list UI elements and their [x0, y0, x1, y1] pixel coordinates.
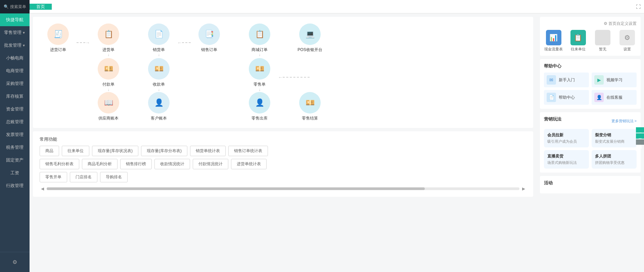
quick-icon-settings[interactable]: ⚙ 设置 — [617, 30, 637, 52]
help-icon-video: ▶ — [594, 75, 604, 85]
sidebar-item-label: 行政管理 — [6, 183, 24, 189]
float-btn-desktop[interactable]: 桌面快捷 — [636, 139, 644, 145]
marketing-card: 营销玩法 更多营销玩法 > 会员拉新 吸引用户成为会员 裂变分销 裂变式发展分销… — [540, 112, 641, 173]
sidebar-item-more[interactable]: 行政管理 — [0, 179, 30, 192]
node-retail-settle: 💴 零售结算 — [291, 92, 328, 121]
quick-icon-box: ⚙ — [619, 30, 635, 45]
quick-access-card: ⚙ 首页自定义设置 📊 现金流量表 📋 往来单位 暂无 ⚙ 设置 — [540, 17, 641, 56]
sidebar-item-finance[interactable]: 资金管理 — [0, 103, 30, 116]
marketing-items: 会员拉新 吸引用户成为会员 裂变分销 裂变式发展分销商 直播卖货 场景式购物新玩… — [544, 129, 637, 169]
marketing-item-title: 裂变分销 — [595, 132, 633, 138]
mall-order-label: 商城订单 — [251, 47, 268, 53]
func-button[interactable]: 现存量(库存状况表) — [92, 146, 138, 156]
help-center-title: 帮助中心 — [544, 63, 637, 69]
func-button[interactable]: 付款情况统计 — [193, 159, 228, 169]
marketing-item-live[interactable]: 直播卖货 场景式购物新玩法 — [544, 150, 589, 169]
quick-access-header[interactable]: ⚙ 首页自定义设置 — [544, 21, 637, 27]
help-item-label: 视频学习 — [606, 77, 623, 83]
help-icon-online-service: 👤 — [594, 93, 604, 102]
sidebar-item-fixed-assets[interactable]: 固定资产 — [0, 154, 30, 167]
marketing-item-member[interactable]: 会员拉新 吸引用户成为会员 — [544, 129, 589, 147]
func-button[interactable]: 商品 — [40, 146, 59, 156]
quick-icon-none[interactable]: 暂无 — [593, 30, 612, 52]
func-button[interactable]: 往来单位 — [62, 146, 89, 156]
float-btn-customer-service[interactable]: 客服热线 — [636, 127, 644, 133]
marketing-item-fission[interactable]: 裂变分销 裂变式发展分销商 — [592, 129, 637, 147]
help-item-help[interactable]: 📄 帮助中心 — [544, 90, 589, 105]
content-area: 🧾 进货订单 → 📋 进货单 — [30, 13, 644, 272]
quick-icon-label: 设置 — [624, 47, 631, 52]
sales-order-label: 销售订单 — [201, 47, 217, 53]
node-payment-out: 💴 付款单 — [90, 58, 127, 87]
quick-icon-cash-flow[interactable]: 📊 现金流量表 — [544, 30, 563, 52]
func-button[interactable]: 零售开单 — [40, 172, 67, 182]
marketing-item-group[interactable]: 多人拼团 拼团购物享受优惠 — [592, 150, 637, 169]
help-icon-beginner: ✉ — [547, 75, 556, 85]
func-button[interactable]: 销货单统计表 — [190, 146, 226, 156]
main-area: 首页 ⛶ 🧾 进货订单 → — [30, 0, 644, 272]
func-button[interactable]: 导购排名 — [100, 172, 128, 182]
func-button[interactable]: 进货单统计表 — [231, 159, 267, 169]
float-buttons: 客服热线服务社区桌面快捷 — [636, 127, 644, 145]
tab-home[interactable]: 首页 — [30, 4, 52, 10]
node-purchase-order: 🧾 进货订单 — [40, 24, 77, 53]
float-btn-community[interactable]: 服务社区 — [636, 133, 644, 139]
sidebar-item-ecommerce[interactable]: 电商管理 — [0, 64, 30, 77]
quick-icon-partner[interactable]: 📋 往来单位 — [568, 30, 588, 52]
sidebar-item-label: 快捷导航 — [6, 17, 24, 23]
help-items: ✉ 新手入门 ▶ 视频学习 📄 帮助中心 👤 在线客服 — [544, 73, 637, 105]
marketing-item-title: 多人拼团 — [595, 153, 633, 159]
sidebar-item-label: 库存核算 — [6, 93, 24, 99]
func-button[interactable]: 销售订单统计表 — [228, 146, 268, 156]
quick-icons: 📊 现金流量表 📋 往来单位 暂无 ⚙ 设置 — [544, 30, 637, 52]
retail-sale-label: 零售单 — [254, 82, 266, 87]
sidebar-item-label: 小畅电商 — [6, 55, 24, 61]
sidebar-item-xiaochangec[interactable]: 小畅电商 — [0, 52, 30, 64]
sidebar-item-wholesale[interactable]: 批发管理▼ — [0, 39, 30, 52]
node-mall-order: 📋 商城订单 — [241, 24, 278, 53]
func-button[interactable]: 收款情况统计 — [154, 159, 190, 169]
search-icon: 🔍 — [4, 4, 9, 9]
quick-icon-box: 📋 — [570, 30, 586, 45]
sidebar-item-label: 固定资产 — [6, 157, 24, 163]
scroll-right[interactable]: ▶ — [521, 186, 526, 192]
marketing-more[interactable]: 更多营销玩法 > — [611, 119, 637, 124]
sidebar-item-tax[interactable]: 税务管理 — [0, 141, 30, 154]
help-item-video[interactable]: ▶ 视频学习 — [592, 73, 637, 87]
sidebar-item-inventory[interactable]: 库存核算 — [0, 90, 30, 103]
sidebar-item-label: 批发管理 — [4, 42, 21, 48]
func-button[interactable]: 门店排名 — [70, 172, 97, 182]
marketing-item-title: 直播卖货 — [547, 153, 586, 159]
purchase-order-icon: 🧾 — [47, 24, 69, 45]
sidebar-item-salary[interactable]: 工资 — [0, 167, 30, 179]
func-button[interactable]: 商品毛利分析 — [82, 159, 118, 169]
node-customer-account: 👤 客户账本 — [140, 92, 177, 121]
help-item-online-service[interactable]: 👤 在线客服 — [592, 90, 637, 105]
scrollbar-track[interactable] — [47, 187, 519, 190]
expand-icon[interactable]: ⛶ — [636, 4, 644, 9]
retail-sale-icon: 💴 — [249, 58, 270, 80]
pos-icon: 💻 — [299, 24, 321, 45]
sidebar-item-quick-nav[interactable]: 快捷导航 — [0, 13, 30, 26]
sidebar-item-retail[interactable]: 零售管理▼ — [0, 26, 30, 39]
func-button[interactable]: 销售毛利分析表 — [40, 159, 79, 169]
sidebar-item-purchase[interactable]: 采购管理 — [0, 77, 30, 90]
scrollbar-area[interactable]: ◀ ▶ — [40, 186, 526, 192]
sidebar-item-invoice[interactable]: 发票管理 — [0, 128, 30, 141]
func-button[interactable]: 销售排行榜 — [120, 159, 152, 169]
activity-title: 活动 — [544, 180, 637, 186]
quick-icon-box: 📊 — [546, 30, 561, 45]
marketing-item-title: 会员拉新 — [547, 132, 586, 138]
node-pos: 💻 POS收银开台 — [291, 24, 328, 53]
scroll-left[interactable]: ◀ — [40, 186, 45, 192]
help-item-beginner[interactable]: ✉ 新手入门 — [544, 73, 589, 87]
retail-settle-icon: 💴 — [299, 92, 321, 114]
sidebar-settings-icon[interactable]: ⚙ — [0, 256, 30, 269]
func-button-row: 零售开单门店排名导购排名 — [40, 172, 526, 182]
sidebar-item-label: 电商管理 — [6, 68, 24, 74]
func-button[interactable]: 现存量(库存分布表) — [141, 146, 187, 156]
sidebar-item-general-ledger[interactable]: 总账管理 — [0, 116, 30, 128]
sidebar-search[interactable]: 🔍 搜索菜单 — [0, 0, 30, 13]
node-sales-order: 📑 销售订单 — [191, 24, 228, 53]
marketing-header: 营销玩法 更多营销玩法 > — [544, 116, 637, 126]
